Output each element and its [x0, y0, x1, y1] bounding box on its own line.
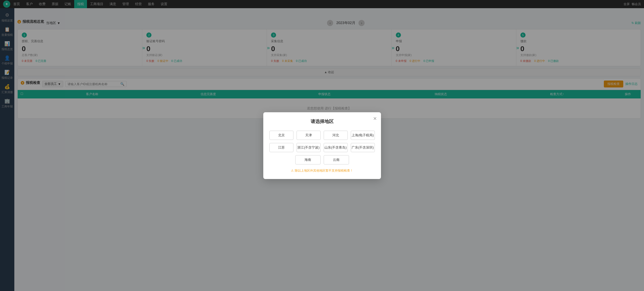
modal-title: 请选择地区: [269, 118, 375, 122]
modal-dialog: 请选择地区 ✕ 北京 天津 河北 上海(电子税局) 江苏 浙江(不含宁波) 山东…: [263, 112, 381, 122]
modal-overlay[interactable]: 请选择地区 ✕ 北京 天津 河北 上海(电子税局) 江苏 浙江(不含宁波) 山东…: [0, 0, 644, 122]
modal-close-button[interactable]: ✕: [373, 116, 377, 121]
